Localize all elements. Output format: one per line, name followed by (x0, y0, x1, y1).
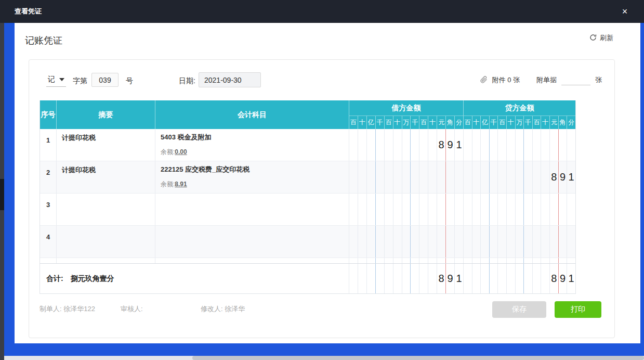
amount-digit-cell (385, 161, 393, 193)
amount-column-label: 百 (349, 116, 358, 129)
receipt-count-input[interactable] (561, 75, 590, 85)
modifier-info: 修改人: 徐泽华 (201, 304, 245, 314)
horizontal-scrollbar[interactable] (4, 356, 644, 360)
preparer-info: 制单人: 徐泽华122 (40, 304, 95, 314)
row-number: 2 (40, 161, 57, 193)
total-debit-digit-grid: 891 (349, 264, 464, 293)
table-row: 4 (40, 226, 575, 258)
amount-digit-cell: 9 (446, 129, 455, 161)
amount-digit-cell (393, 264, 402, 293)
voucher-number-input[interactable] (91, 73, 119, 87)
receipt-unit-label: 张 (595, 75, 602, 85)
amount-digit-cell (367, 264, 376, 293)
amount-column-label: 千 (490, 116, 498, 129)
amount-digit-cell (464, 264, 472, 293)
amount-digit-cell (507, 226, 516, 258)
chevron-down-icon (59, 78, 64, 81)
amount-digit-cell (358, 161, 367, 193)
amount-digit-cell (393, 129, 402, 161)
amount-digit-cell (385, 129, 393, 161)
amount-digit-cell (411, 129, 419, 161)
background-sidebar-strip (0, 23, 4, 360)
amount-digit-cell (367, 258, 376, 263)
amount-digit-cell (385, 226, 393, 258)
amount-digit-cell (358, 264, 367, 293)
amount-column-label: 百 (419, 116, 428, 129)
voucher-word-dropdown[interactable]: 记 (46, 74, 66, 87)
date-input[interactable] (199, 72, 261, 87)
refresh-button[interactable]: 刷新 (589, 33, 613, 43)
dialog-panel: 记账凭证 刷新 记 字第 号 日期: 附件 0 张 附单据 张 (15, 23, 640, 343)
receipt-label: 附单据 (536, 75, 557, 85)
save-button[interactable]: 保存 (492, 301, 546, 318)
amount-digit-cell (490, 129, 498, 161)
amount-digit-cell (349, 264, 358, 293)
debit-digit-grid (349, 258, 464, 263)
credit-digit-column-labels: 百十亿千百十万千百十元角分 (464, 116, 575, 129)
debit-amount-label: 借方金额 (349, 100, 463, 116)
amount-digit-cell (419, 129, 428, 161)
print-button[interactable]: 打印 (555, 301, 601, 318)
reviewer-info: 审核人: (121, 304, 143, 314)
amount-digit-cell (541, 226, 550, 258)
amount-digit-cell (411, 161, 419, 193)
row-summary: 计提印花税 (57, 129, 155, 161)
amount-column-label: 元 (550, 116, 559, 129)
subject-name: 222125 应交税费_应交印花税 (161, 165, 344, 174)
page-title: 记账凭证 (25, 34, 62, 47)
amount-digit-cell (533, 194, 542, 225)
credit-digit-grid (464, 258, 575, 263)
credit-digit-grid (464, 129, 575, 161)
amount-digit-cell (490, 194, 498, 225)
amount-digit-cell (446, 226, 455, 258)
close-icon[interactable]: × (619, 6, 630, 17)
amount-digit-cell (498, 129, 507, 161)
amount-digit-cell (385, 264, 393, 293)
amount-column-label: 元 (437, 116, 446, 129)
amount-digit-cell (507, 129, 516, 161)
column-header-no: 序号 (40, 100, 57, 129)
attachment-group: 附件 0 张 附单据 张 (480, 72, 602, 88)
row-summary (57, 258, 155, 263)
amount-digit-cell (376, 129, 385, 161)
amount-digit-cell (559, 129, 568, 161)
amount-column-label: 十 (541, 116, 550, 129)
amount-digit-cell (393, 161, 402, 193)
amount-digit-cell (498, 226, 507, 258)
amount-digit-cell (376, 264, 385, 293)
refresh-label: 刷新 (600, 33, 613, 43)
amount-digit-cell (550, 226, 559, 258)
amount-digit-cell (393, 226, 402, 258)
amount-digit-cell (516, 161, 524, 193)
preparer-name: 徐泽华122 (63, 305, 95, 313)
amount-digit-cell (490, 258, 498, 263)
word-number-label: 字第 (73, 76, 87, 86)
row-summary (57, 226, 155, 258)
amount-digit-cell (516, 129, 524, 161)
amount-digit-cell (402, 226, 411, 258)
amount-digit-cell (437, 161, 446, 193)
amount-digit-cell (455, 161, 463, 193)
amount-digit-cell (524, 226, 533, 258)
row-number: 3 (40, 194, 57, 225)
voucher-word: 记 (48, 75, 55, 84)
amount-digit-cell (507, 161, 516, 193)
amount-column-label: 百 (464, 116, 472, 129)
amount-digit-cell (490, 264, 498, 293)
subject-balance: 余额:8.91 (161, 180, 344, 189)
amount-digit-cell (428, 194, 437, 225)
scrollbar-thumb[interactable] (192, 356, 644, 360)
amount-digit-cell (541, 194, 550, 225)
amount-digit-cell (385, 194, 393, 225)
amount-digit-cell (567, 226, 575, 258)
attachment-count-label[interactable]: 附件 0 张 (492, 75, 520, 85)
amount-column-label: 亿 (481, 116, 490, 129)
dialog-title: 查看凭证 (15, 0, 42, 23)
amount-digit-cell (533, 129, 542, 161)
balance-value: 8.91 (175, 181, 187, 188)
debit-digit-grid (349, 226, 464, 258)
amount-digit-cell (498, 264, 507, 293)
amount-digit-cell (472, 194, 481, 225)
amount-digit-cell (367, 194, 376, 225)
amount-digit-cell (358, 258, 367, 263)
